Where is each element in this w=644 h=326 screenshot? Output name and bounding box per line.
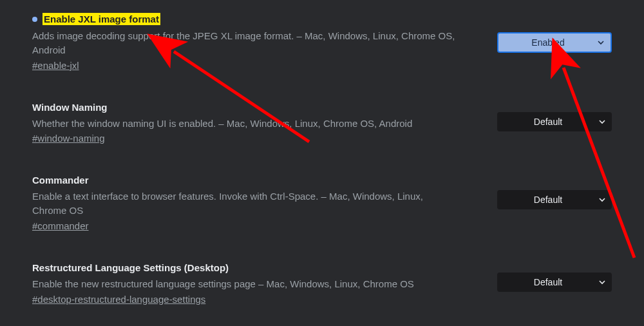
flag-title: Commander bbox=[32, 175, 89, 186]
dropdown-cell: Default bbox=[497, 102, 612, 131]
flag-title: Window Naming bbox=[32, 102, 108, 113]
flag-title-line: Enable JXL image format bbox=[32, 13, 457, 29]
flag-description: Enable the new restructured language set… bbox=[32, 277, 457, 291]
chevron-down-icon bbox=[599, 197, 605, 203]
flag-row: Enable JXL image format Adds image decod… bbox=[32, 13, 612, 71]
flags-page: Enable JXL image format Adds image decod… bbox=[0, 0, 644, 326]
dropdown-value: Default bbox=[497, 117, 599, 127]
flag-row: Window Naming Whether the window naming … bbox=[32, 102, 612, 144]
modified-bullet-icon bbox=[32, 17, 37, 22]
flag-title: Restructured Language Settings (Desktop) bbox=[32, 262, 229, 273]
flag-description: Whether the window naming UI is enabled.… bbox=[32, 117, 457, 131]
flag-state-dropdown[interactable]: Default bbox=[497, 190, 612, 209]
flag-text-block: Enable JXL image format Adds image decod… bbox=[32, 13, 470, 71]
dropdown-cell: Default bbox=[497, 175, 612, 209]
flag-state-dropdown[interactable]: Default bbox=[497, 112, 612, 131]
flag-hash-link[interactable]: #desktop-restructured-language-settings bbox=[32, 294, 205, 305]
dropdown-value: Enabled bbox=[498, 37, 598, 48]
flag-hash-link[interactable]: #enable-jxl bbox=[32, 60, 79, 71]
flag-title: Enable JXL image format bbox=[43, 13, 160, 25]
flag-description: Enable a text interface to browser featu… bbox=[32, 189, 457, 218]
dropdown-value: Default bbox=[497, 195, 599, 205]
dropdown-value: Default bbox=[497, 277, 599, 287]
chevron-down-icon bbox=[599, 279, 605, 285]
flag-text-block: Commander Enable a text interface to bro… bbox=[32, 175, 470, 231]
flag-row: Restructured Language Settings (Desktop)… bbox=[32, 262, 612, 305]
flag-state-dropdown[interactable]: Enabled bbox=[497, 32, 612, 53]
dropdown-cell: Enabled bbox=[497, 13, 612, 53]
chevron-down-icon bbox=[599, 119, 605, 125]
chevron-down-icon bbox=[598, 39, 604, 46]
dropdown-cell: Default bbox=[497, 262, 612, 292]
flag-state-dropdown[interactable]: Default bbox=[497, 273, 612, 292]
flag-text-block: Restructured Language Settings (Desktop)… bbox=[32, 262, 470, 305]
flag-description: Adds image decoding support for the JPEG… bbox=[32, 29, 457, 57]
flag-hash-link[interactable]: #commander bbox=[32, 220, 89, 231]
flag-hash-link[interactable]: #window-naming bbox=[32, 133, 105, 144]
flag-text-block: Window Naming Whether the window naming … bbox=[32, 102, 470, 144]
flag-row: Commander Enable a text interface to bro… bbox=[32, 175, 612, 231]
